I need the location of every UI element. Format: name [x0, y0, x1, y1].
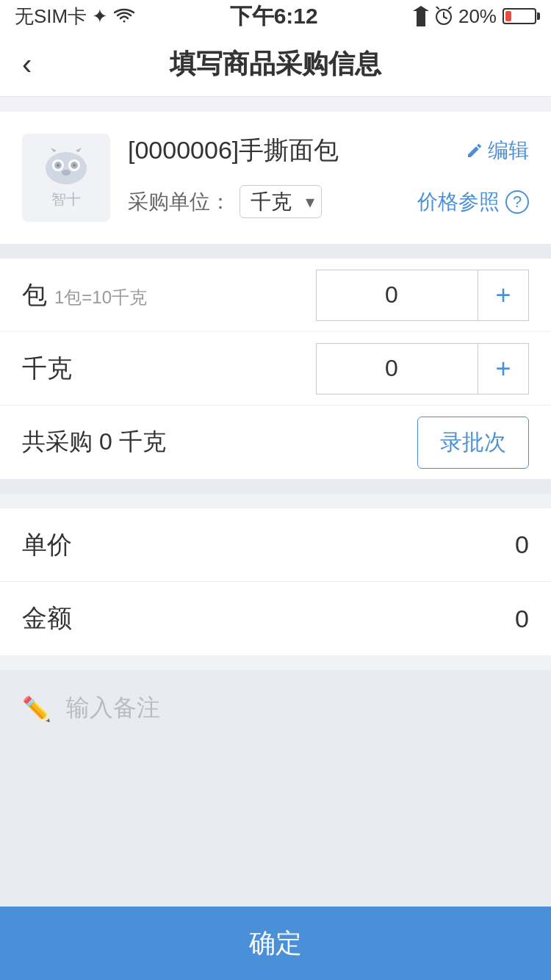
page-title: 填写商品采购信息 [170, 46, 381, 82]
unit-price-label: 单价 [22, 528, 72, 562]
back-button[interactable]: ‹ [22, 48, 32, 81]
unit-select-wrapper[interactable]: 千克 包 [240, 185, 322, 218]
package-plus-button[interactable]: + [478, 270, 529, 321]
svg-line-3 [436, 7, 439, 9]
price-section: 单价 0 金额 0 [0, 508, 551, 655]
remark-placeholder: 输入备注 [66, 692, 160, 724]
svg-line-4 [449, 7, 451, 9]
package-label: 包 [22, 278, 47, 312]
total-row: 共采购 0 千克 录批次 [0, 406, 551, 479]
package-sub-label: 1包=10千克 [54, 286, 147, 309]
nav-bar: ‹ 填写商品采购信息 [0, 32, 551, 97]
owl-logo [40, 146, 92, 187]
edit-link[interactable]: 编辑 [466, 137, 529, 165]
unit-select[interactable]: 千克 包 [240, 185, 322, 218]
svg-point-10 [57, 164, 60, 167]
price-ref-help-icon[interactable]: ? [505, 190, 529, 214]
status-time: 下午6:12 [230, 1, 318, 32]
batch-button[interactable]: 录批次 [417, 417, 529, 469]
alarm-icon [435, 7, 453, 26]
amount-value: 0 [515, 605, 529, 633]
kg-quantity-input[interactable] [316, 343, 478, 394]
price-ref-label: 价格参照 [417, 188, 500, 216]
amount-label: 金额 [22, 602, 72, 635]
brand-label: 智十 [51, 190, 81, 209]
location-icon [413, 6, 429, 26]
kg-plus-button[interactable]: + [478, 343, 529, 394]
svg-line-2 [444, 17, 447, 18]
edit-icon [466, 142, 483, 159]
unit-label: 采购单位： [128, 188, 231, 216]
unit-price-row: 单价 0 [0, 508, 551, 582]
total-label: 共采购 0 千克 [22, 426, 166, 458]
wifi-icon [114, 8, 134, 24]
status-right: 20% [413, 5, 536, 28]
product-image: 智十 [22, 134, 110, 222]
product-info: [0000006]手撕面包 编辑 采购单位： 千克 包 价格参照 [128, 134, 529, 218]
package-input-right: + [316, 270, 529, 321]
svg-point-11 [73, 164, 76, 167]
section-divider-2 [0, 479, 551, 494]
input-section: 包 1包=10千克 + 千克 + [0, 259, 551, 406]
edit-label: 编辑 [488, 137, 529, 165]
kg-label: 千克 [22, 352, 72, 386]
product-name: [0000006]手撕面包 [128, 134, 339, 167]
section-divider-1 [0, 244, 551, 259]
battery-icon [503, 8, 536, 24]
status-left: 无SIM卡 ✦ [15, 4, 134, 29]
battery-percentage: 20% [458, 5, 497, 28]
confirm-button[interactable]: 确定 [0, 907, 551, 980]
kg-input-right: + [316, 343, 529, 394]
price-ref-link[interactable]: 价格参照 ? [417, 188, 529, 216]
svg-point-12 [62, 170, 71, 176]
status-bar: 无SIM卡 ✦ 下午6:12 20% [0, 0, 551, 32]
kg-input-row: 千克 + [0, 332, 551, 406]
package-input-row: 包 1包=10千克 + [0, 259, 551, 332]
unit-price-value: 0 [515, 530, 529, 559]
package-quantity-input[interactable] [316, 270, 478, 321]
pencil-icon: ✏️ [22, 695, 51, 723]
no-sim-text: 无SIM卡 ✦ [15, 4, 108, 29]
svg-point-5 [46, 152, 87, 184]
product-card: 智十 [0000006]手撕面包 编辑 采购单位： 千克 包 [0, 112, 551, 244]
amount-row: 金额 0 [0, 582, 551, 655]
